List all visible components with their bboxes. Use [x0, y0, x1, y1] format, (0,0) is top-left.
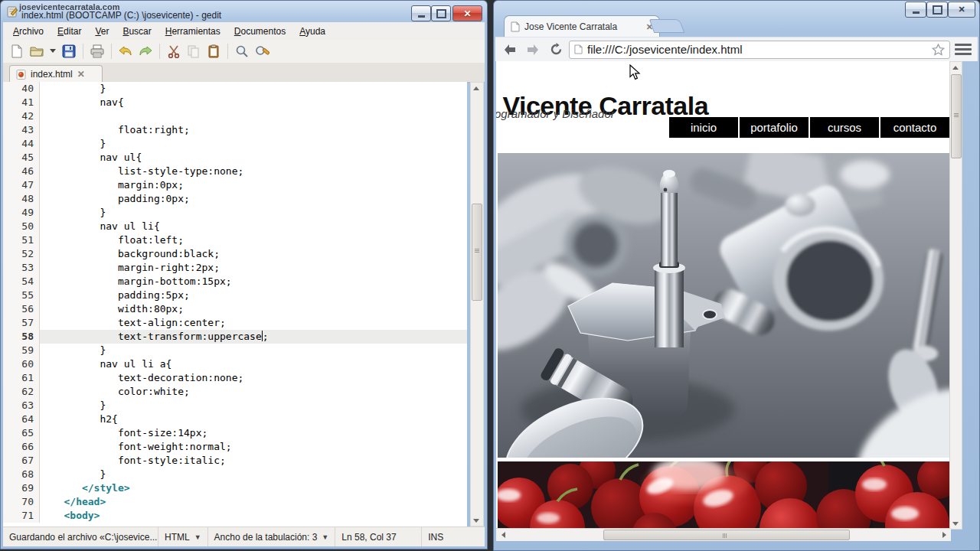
- scrollbar-thumb[interactable]: [603, 530, 850, 540]
- code-text: nav ul{: [40, 151, 467, 165]
- cut-button[interactable]: [165, 42, 183, 60]
- page-favicon-icon: [511, 21, 520, 32]
- code-line-68[interactable]: 68 }: [3, 468, 467, 481]
- code-line-63[interactable]: 63 }: [3, 399, 467, 412]
- menu-buscar[interactable]: Buscar: [116, 24, 158, 39]
- find-replace-button[interactable]: [253, 42, 271, 60]
- code-text: </style>: [40, 481, 467, 495]
- new-tab-button[interactable]: [649, 19, 685, 33]
- open-button[interactable]: [28, 42, 46, 60]
- code-line-46[interactable]: 46 list-style-type:none;: [3, 165, 467, 178]
- page-nav-inicio[interactable]: inicio: [669, 117, 738, 138]
- browser-menu-button[interactable]: [953, 41, 973, 58]
- code-line-66[interactable]: 66 font-weight:normal;: [3, 440, 467, 454]
- code-text: }: [40, 399, 467, 412]
- code-line-54[interactable]: 54 margin-bottom:15px;: [3, 275, 467, 289]
- page-horizontal-scrollbar[interactable]: [496, 528, 951, 541]
- browser-tab[interactable]: Jose Vicente Carratala ✕: [504, 15, 660, 37]
- cherries-photo: [498, 461, 949, 528]
- code-line-67[interactable]: 67 font-style:italic;: [3, 454, 467, 468]
- code-text: width:80px;: [40, 302, 467, 316]
- code-line-47[interactable]: 47 margin:0px;: [3, 178, 467, 192]
- page-vertical-scrollbar[interactable]: [949, 61, 962, 530]
- chevron-down-icon: ▼: [194, 533, 201, 541]
- code-line-48[interactable]: 48 padding:0px;: [3, 192, 467, 206]
- code-line-64[interactable]: 64 h2{: [3, 412, 467, 426]
- copy-button[interactable]: [185, 42, 203, 60]
- print-button[interactable]: [88, 42, 106, 60]
- code-line-62[interactable]: 62 color:white;: [3, 385, 467, 399]
- menu-herramientas[interactable]: Herramientas: [158, 24, 227, 39]
- code-line-69[interactable]: 69 </style>: [3, 481, 467, 495]
- gedit-titlebar[interactable]: index.html (BOOTCAMP (C:) \josevicente) …: [0, 0, 488, 22]
- undo-button[interactable]: [116, 42, 135, 60]
- scroll-up-button[interactable]: [471, 83, 482, 93]
- code-line-43[interactable]: 43 float:right;: [3, 123, 467, 137]
- menu-editar[interactable]: Editar: [51, 24, 88, 39]
- line-number: 62: [3, 385, 40, 399]
- code-line-45[interactable]: 45 nav ul{: [3, 151, 467, 165]
- menu-ayuda[interactable]: Ayuda: [292, 24, 332, 39]
- new-document-button[interactable]: [8, 42, 26, 60]
- menu-archivo[interactable]: Archivo: [6, 24, 51, 39]
- paste-button[interactable]: [204, 42, 223, 60]
- maximize-icon: [933, 5, 942, 15]
- code-line-44[interactable]: 44 }: [3, 137, 467, 151]
- menu-documentos[interactable]: Documentos: [227, 24, 292, 39]
- code-line-55[interactable]: 55 padding:5px;: [3, 289, 467, 302]
- tab-close-icon[interactable]: ✕: [77, 69, 85, 80]
- menu-ver[interactable]: Ver: [88, 24, 116, 39]
- code-line-57[interactable]: 57 text-align:center;: [3, 316, 467, 330]
- page-nav-cursos[interactable]: cursos: [810, 117, 879, 138]
- page-nav-portafolio[interactable]: portafolio: [740, 117, 808, 138]
- language-selector[interactable]: HTML▼: [158, 527, 208, 546]
- tab-width-selector[interactable]: Ancho de la tabulación: 3▼: [208, 527, 336, 546]
- code-text: margin-bottom:15px;: [40, 275, 467, 289]
- open-dropdown-button[interactable]: [47, 42, 58, 60]
- editor-tab-index-html[interactable]: index.html ✕: [9, 65, 103, 83]
- address-bar[interactable]: file:///C:/josevicente/index.html: [569, 41, 950, 59]
- reload-button[interactable]: [546, 40, 566, 60]
- code-line-70[interactable]: 70 </head>: [3, 495, 467, 509]
- reload-icon: [550, 43, 563, 56]
- gedit-maximize-button[interactable]: [431, 5, 451, 21]
- code-line-53[interactable]: 53 margin-right:2px;: [3, 261, 467, 275]
- scroll-right-button[interactable]: [939, 530, 949, 540]
- scroll-up-button[interactable]: [950, 62, 961, 73]
- editor-vertical-scrollbar[interactable]: [470, 82, 484, 527]
- find-button[interactable]: [233, 42, 251, 60]
- code-editor-area[interactable]: 40 }41 nav{4243 float:right;44 }45 nav u…: [3, 82, 467, 527]
- code-line-52[interactable]: 52 background:black;: [3, 247, 467, 261]
- browser-minimize-button[interactable]: [905, 2, 926, 18]
- url-text[interactable]: file:///C:/josevicente/index.html: [587, 43, 927, 56]
- redo-button[interactable]: [136, 42, 155, 60]
- code-line-71[interactable]: 71 <body>: [3, 509, 467, 523]
- scrollbar-thumb[interactable]: [472, 204, 482, 301]
- save-button[interactable]: [60, 42, 78, 60]
- code-line-49[interactable]: 49 }: [3, 206, 467, 220]
- code-line-51[interactable]: 51 float:left;: [3, 233, 467, 247]
- code-line-50[interactable]: 50 nav ul li{: [3, 220, 467, 233]
- guitar-tuners-photo: [498, 153, 949, 458]
- scroll-left-button[interactable]: [498, 530, 508, 540]
- code-line-40[interactable]: 40 }: [3, 82, 467, 96]
- forward-button[interactable]: [523, 40, 543, 60]
- code-line-60[interactable]: 60 nav ul li a{: [3, 357, 467, 371]
- code-line-41[interactable]: 41 nav{: [3, 96, 467, 109]
- code-line-61[interactable]: 61 text-decoration:none;: [3, 371, 467, 385]
- bookmark-star-icon[interactable]: [932, 44, 945, 56]
- scroll-down-button[interactable]: [950, 518, 961, 529]
- code-line-42[interactable]: 42: [3, 109, 467, 123]
- back-button[interactable]: [500, 40, 520, 60]
- code-line-59[interactable]: 59 }: [3, 344, 467, 357]
- page-nav-contacto[interactable]: contacto: [880, 117, 949, 138]
- browser-close-button[interactable]: ✕: [948, 2, 975, 18]
- code-line-56[interactable]: 56 width:80px;: [3, 302, 467, 316]
- gedit-minimize-button[interactable]: [411, 5, 431, 21]
- scroll-down-button[interactable]: [471, 515, 482, 526]
- code-line-58[interactable]: 58 text-transform:uppercase;: [3, 330, 467, 344]
- scrollbar-thumb[interactable]: [951, 74, 962, 158]
- gedit-close-button[interactable]: ✕: [452, 5, 482, 21]
- browser-maximize-button[interactable]: [926, 2, 948, 18]
- code-line-65[interactable]: 65 font-size:14px;: [3, 426, 467, 440]
